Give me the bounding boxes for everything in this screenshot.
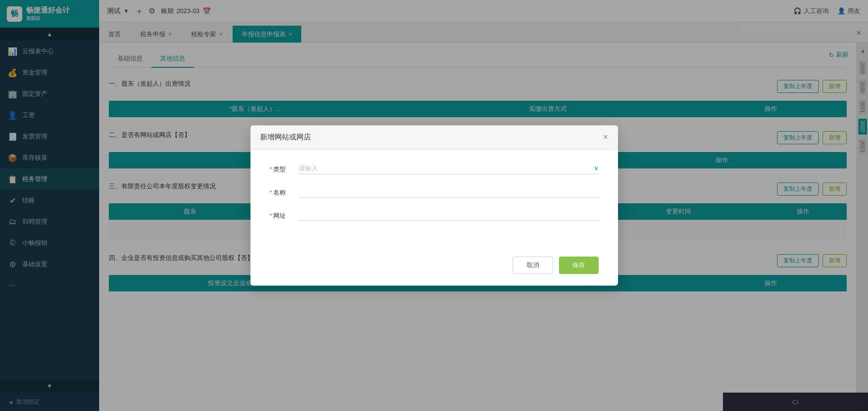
type-input[interactable] bbox=[299, 165, 594, 172]
modal-header: 新增网站或网店 × bbox=[250, 125, 618, 150]
modal-footer: 取消 保存 bbox=[250, 249, 618, 286]
required-star-name: * bbox=[270, 189, 272, 196]
modal-body: *类型 ∨ *名称 *网址 bbox=[250, 150, 618, 249]
modal-label-name: *名称 bbox=[270, 188, 299, 197]
save-button[interactable]: 保存 bbox=[559, 257, 599, 274]
cancel-button[interactable]: 取消 bbox=[513, 257, 553, 274]
modal-field-name: *名称 bbox=[270, 188, 599, 198]
modal-url-input-wrap bbox=[299, 211, 599, 221]
modal-field-url: *网址 bbox=[270, 211, 599, 221]
add-website-modal: 新增网站或网店 × *类型 ∨ *名称 bbox=[250, 125, 618, 286]
modal-field-type: *类型 ∨ bbox=[270, 164, 599, 174]
modal-label-url: *网址 bbox=[270, 212, 299, 220]
type-dropdown-icon[interactable]: ∨ bbox=[594, 164, 599, 172]
modal-label-type: *类型 bbox=[270, 165, 299, 174]
modal-close-button[interactable]: × bbox=[603, 132, 608, 142]
modal-type-input-wrap: ∨ bbox=[299, 164, 599, 174]
modal-title: 新增网站或网店 bbox=[260, 133, 311, 142]
url-input[interactable] bbox=[299, 211, 599, 218]
required-star-url: * bbox=[270, 212, 272, 219]
name-input[interactable] bbox=[299, 188, 599, 195]
modal-name-input-wrap bbox=[299, 188, 599, 198]
required-star-type: * bbox=[270, 166, 272, 173]
modal-overlay: 新增网站或网店 × *类型 ∨ *名称 bbox=[0, 0, 868, 411]
